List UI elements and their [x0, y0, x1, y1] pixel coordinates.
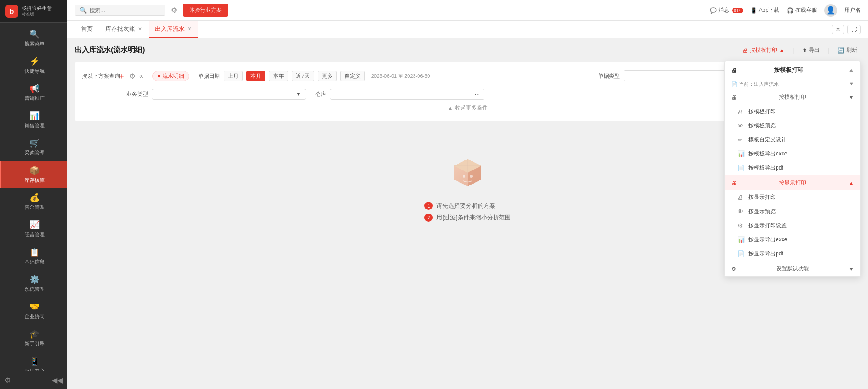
7days-btn[interactable]: 近7天 [292, 71, 314, 81]
tab-batch[interactable]: 库存批次账 ✕ [99, 21, 149, 38]
app-download-label: App下载 [759, 6, 779, 14]
sidebar-item-label: 营销推广 [25, 95, 45, 102]
business-type-label: 业务类型 [126, 90, 148, 98]
page-title-row: 出入库流水(流水明细) 🖨 按模板打印 ▲ | ⬆ 导出 | 🔄 刷新 [75, 45, 861, 56]
sidebar-item-finance[interactable]: 💰 资金管理 [0, 188, 67, 215]
filter-add-button[interactable]: ＋ [117, 70, 125, 81]
tab-batch-label: 库存批次账 [105, 25, 135, 33]
user-avatar[interactable]: 👤 [824, 4, 837, 17]
search-input[interactable] [90, 7, 153, 14]
sidebar-item-label: 库存核算 [25, 177, 45, 184]
step-1-label: 请先选择要分析的方案 [436, 200, 495, 212]
template-excel-item[interactable]: 📊 按模板导出excel [725, 147, 860, 161]
template-pdf-item[interactable]: 📄 按模板导出pdf [725, 161, 860, 175]
trial-button[interactable]: 体验行业方案 [183, 4, 228, 17]
current-template-label: 📄 当前：出入库流水 ▼ [725, 79, 860, 90]
step-1: 1 请先选择要分析的方案 [424, 200, 510, 212]
display-preview-item[interactable]: 👁 按显示预览 [725, 204, 860, 219]
filter-collapse-icon[interactable]: « [139, 72, 143, 80]
cur-month-btn[interactable]: 本月 [246, 71, 265, 81]
tab-batch-close[interactable]: ✕ [138, 26, 142, 32]
sidebar: b 畅捷通好生意 标准版 🔍 搜索菜单 ⚡ 快捷导航 📢 营销推广 📊 销售管理… [0, 0, 67, 389]
tabs-bar: 首页 库存批次账 ✕ 出入库流水 ✕ ✕ ⛶ [67, 21, 868, 38]
tab-inout-label: 出入库流水 [155, 25, 185, 33]
date-label: 单据日期 [198, 72, 220, 80]
filter-settings-icon[interactable]: ⚙ [129, 72, 135, 80]
preview-icon: 👁 [738, 208, 745, 215]
pdf-icon: 📄 [738, 250, 745, 257]
tabs-bar-right: ✕ ⛶ [832, 25, 861, 34]
customer-service-button[interactable]: 🎧 在线客服 [787, 6, 817, 14]
sidebar-collapse-icon[interactable]: ◀◀ [52, 376, 63, 384]
tab-home[interactable]: 首页 [75, 21, 99, 38]
template-print-item[interactable]: 🖨 按模板打印 [725, 105, 860, 119]
template-icon: 📄 [731, 81, 738, 87]
header-gear-icon[interactable]: ⚙ [171, 6, 177, 15]
sidebar-item-inventory[interactable]: 📦 库存核算 [0, 161, 67, 188]
tab-inout-close[interactable]: ✕ [187, 26, 192, 32]
sidebar-item-newbie[interactable]: 🎓 新手引导 [0, 324, 67, 352]
cur-year-btn[interactable]: 本年 [269, 71, 288, 81]
design-icon: ✏ [738, 136, 745, 143]
appstore-icon: 📱 [30, 356, 40, 366]
display-print-section-header[interactable]: 🖨 按显示打印 ▲ [725, 175, 860, 190]
prev-month-btn[interactable]: 上月 [224, 71, 243, 81]
sidebar-bottom: ⚙ ◀◀ [0, 371, 67, 389]
download-icon: 📱 [750, 7, 757, 14]
dropdown-footer[interactable]: ⚙ 设置默认功能 ▼ [725, 261, 860, 276]
sidebar-item-shortcut[interactable]: ⚡ 快捷导航 [0, 52, 67, 79]
settings-icon: ⚙ [731, 266, 736, 272]
app-download-button[interactable]: 📱 App下载 [750, 6, 779, 14]
display-settings-item[interactable]: ⚙ 按显示打印设置 [725, 219, 860, 233]
template-print-section-header[interactable]: 🖨 按模板打印 ▼ [725, 90, 860, 105]
tab-inout[interactable]: 出入库流水 ✕ [149, 21, 198, 38]
display-print-item[interactable]: 🖨 按显示打印 [725, 190, 860, 204]
more-btn[interactable]: 更多 [318, 71, 337, 81]
sidebar-item-label: 资金管理 [25, 204, 45, 211]
maximize-button[interactable]: ⛶ [847, 25, 861, 34]
date-range-display: 2023-06-01 至 2023-06-30 [371, 73, 430, 80]
main-area: 🔍 ⚙ 体验行业方案 💬 消息 99+ 📱 App下载 🎧 在线客服 👤 用户 [67, 0, 868, 389]
username-label: 用户名 [844, 6, 861, 14]
settings-icon: ⚙ [738, 222, 745, 229]
print-template-button[interactable]: 🖨 按模板打印 ▲ [739, 45, 788, 56]
export-button[interactable]: ⬆ 导出 [799, 45, 823, 56]
sidebar-item-operations[interactable]: 📈 经营管理 [0, 215, 67, 243]
print-icon: 🖨 [731, 67, 737, 74]
sidebar-item-system[interactable]: ⚙️ 系统管理 [0, 270, 67, 297]
app-edition: 标准版 [22, 11, 52, 17]
chevron-down-icon: ▼ [848, 266, 854, 272]
warehouse-select[interactable]: ··· [330, 89, 484, 100]
export-label: 导出 [809, 46, 820, 54]
sidebar-item-label: 采购管理 [25, 150, 45, 156]
header-right: 💬 消息 99+ 📱 App下载 🎧 在线客服 👤 用户名 [710, 4, 861, 17]
custom-btn[interactable]: 自定义 [340, 71, 365, 81]
sidebar-item-sales[interactable]: 📊 销售管理 [0, 106, 67, 134]
more-icon: ··· [475, 91, 479, 97]
sidebar-item-basic[interactable]: 📋 基础信息 [0, 243, 67, 270]
bottom-settings-icon[interactable]: ⚙ [5, 376, 11, 384]
template-custom-item[interactable]: ✏ 模板自定义设计 [725, 133, 860, 147]
page-content: 出入库流水(流水明细) 🖨 按模板打印 ▲ | ⬆ 导出 | 🔄 刷新 [67, 38, 868, 389]
sidebar-item-purchase[interactable]: 🛒 采购管理 [0, 134, 67, 161]
bill-type-label: 单据类型 [598, 72, 620, 80]
sidebar-item-appstore[interactable]: 📱 应用中心 [0, 352, 67, 371]
chevron-up-icon: ▲ [448, 105, 453, 111]
header-search[interactable]: 🔍 [75, 5, 165, 16]
display-pdf-item[interactable]: 📄 按显示导出pdf [725, 247, 860, 261]
close-all-tabs-button[interactable]: ✕ [832, 25, 844, 34]
sidebar-item-search[interactable]: 🔍 搜索菜单 [0, 25, 67, 52]
chevron-up-icon[interactable]: ▲ [848, 67, 854, 73]
purchase-icon: 🛒 [30, 138, 40, 148]
sidebar-item-marketing[interactable]: 📢 营销推广 [0, 79, 67, 106]
enterprise-icon: 🤝 [30, 302, 40, 312]
sidebar-item-enterprise[interactable]: 🤝 企业协同 [0, 297, 67, 324]
chevron-icon: ▼ [848, 94, 854, 100]
template-preview-item[interactable]: 👁 按模板预览 [725, 119, 860, 133]
display-excel-item[interactable]: 📊 按显示导出excel [725, 233, 860, 247]
system-icon: ⚙️ [30, 274, 40, 284]
print-label: 按模板打印 [750, 46, 777, 54]
message-button[interactable]: 💬 消息 99+ [710, 6, 743, 14]
business-type-select[interactable]: ▼ [152, 89, 306, 100]
refresh-button[interactable]: 🔄 刷新 [834, 45, 861, 56]
